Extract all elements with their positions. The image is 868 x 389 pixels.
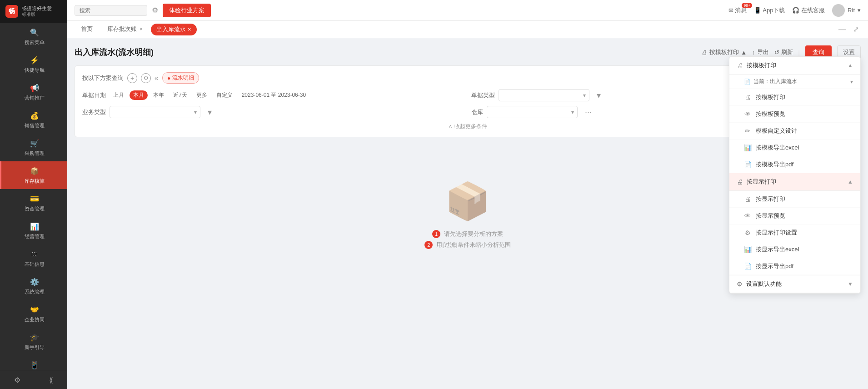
shortcut-more[interactable]: 更多 [193,90,211,100]
sidebar-settings-button[interactable]: ⚙ [14,376,20,384]
sidebar-item-system[interactable]: ⚙️ 系统管理 [0,272,67,300]
tab-maximize-button[interactable]: ⤢ [851,23,861,35]
message-badge[interactable]: ✉ 99+ 消息 [728,6,747,15]
tabs-right-actions: — ⤢ [837,23,861,35]
dropdown-template-custom[interactable]: ✏ 模板自定义设计 [729,123,860,140]
tab-flow-close[interactable]: × [188,26,191,33]
sidebar-item-purchase[interactable]: 🛒 采购管理 [0,134,67,161]
business-type-more[interactable]: ▾ [206,107,214,117]
sidebar-item-label: 搜索菜单 [25,39,45,46]
purchase-icon: 🛒 [30,138,40,148]
sidebar-item-marketing[interactable]: 📢 营销推广 [0,78,67,106]
tab-home[interactable]: 首页 [75,21,99,38]
dropdown-display-excel[interactable]: 📊 按显示导出excel [729,241,860,258]
sidebar-item-finance[interactable]: 💳 资金管理 [0,189,67,217]
tab-flow[interactable]: 出入库流水 × [151,24,197,35]
section2-arrow: ▲ [848,179,853,185]
settings-label: 设置 [843,48,855,56]
dropdown-template-custom-label: 模板自定义设计 [756,127,797,135]
sidebar-item-search[interactable]: 🔍 搜索菜单 [0,23,67,50]
marketing-icon: 📢 [30,83,40,93]
sidebar-item-label: 快捷导航 [25,67,45,74]
sidebar-item-apps[interactable]: 📱 应用中心 [0,355,67,371]
dropdown-template-excel[interactable]: 📊 按模板导出excel [729,140,860,156]
sidebar-item-quick-nav[interactable]: ⚡ 快捷导航 [0,50,67,78]
settings-gear-icon[interactable]: ⚙ [152,6,158,15]
current-template-row: 📄 当前：出入库流水 ▾ [729,75,860,89]
tab-minimize-button[interactable]: — [837,24,848,35]
topbar-left: ⚙ 体验行业方案 [75,4,211,17]
dropdown-display-print-settings[interactable]: ⚙ 按显示打印设置 [729,224,860,241]
business-type-field: 业务类型 ▾ [82,106,464,118]
warehouse-more[interactable]: ··· [583,107,594,117]
sidebar-item-sales[interactable]: 💰 销售管理 [0,106,67,134]
sidebar-item-collab[interactable]: 🤝 企业协同 [0,300,67,328]
export-icon: ↑ [752,49,755,56]
business-type-select[interactable] [110,106,200,118]
inventory-icon: 📦 [30,166,40,176]
trial-button[interactable]: 体验行业方案 [163,4,211,17]
dropdown-template-preview[interactable]: 👁 按模板预览 [729,106,860,123]
display-preview-icon: 👁 [744,212,751,219]
date-label: 单据日期 [82,91,106,100]
sidebar-item-inventory[interactable]: 📦 库存核算 [0,161,67,189]
template-print-section-label: 按模板打印 [747,61,776,70]
app-download-link[interactable]: 📱 App下载 [754,6,785,15]
template-print-section-icon: 🖨 [737,62,743,69]
warehouse-select[interactable] [487,106,578,118]
template-print-button[interactable]: 🖨 按模板打印 ▲ [702,48,747,56]
business-type-select-wrapper [110,106,200,118]
topbar: ⚙ 体验行业方案 ✉ 99+ 消息 📱 App下载 🎧 在线客服 Rit ▾ [67,0,868,21]
template-print-section-header[interactable]: 🖨 按模板打印 ▲ [729,57,860,75]
filter-collapse-icon[interactable]: « [155,74,159,82]
date-shortcuts: 上月 本月 本年 近7天 更多 自定义 [110,90,236,100]
voucher-type-more[interactable]: ▾ [595,90,603,100]
search-icon: 🔍 [30,27,40,37]
dropdown-template-pdf[interactable]: 📄 按模板导出pdf [729,156,860,173]
sidebar-item-label: 基础信息 [25,261,45,268]
shortcut-last-month[interactable]: 上月 [110,90,128,100]
tab-batch-close[interactable]: × [140,26,143,32]
shortcut-7days[interactable]: 近7天 [170,90,191,100]
sidebar-collapse-button[interactable]: ⟪ [49,376,53,384]
date-range-display[interactable]: 2023-06-01 至 2023-06-30 [242,91,306,99]
shortcut-this-year[interactable]: 本年 [150,90,168,100]
sidebar-item-label: 库存核算 [25,178,45,185]
logo-sub: 标准版 [22,11,52,18]
step-1-text: 请先选择要分析的方案 [444,230,503,238]
display-print-section-header[interactable]: 🖨 按显示打印 ▲ [729,173,860,191]
refresh-button[interactable]: ↺ 刷新 [774,48,793,56]
voucher-type-select[interactable] [499,89,589,101]
filter-add-button[interactable]: + [127,73,137,83]
shortcut-this-month[interactable]: 本月 [130,90,148,100]
default-settings-label: 设置默认功能 [746,280,782,288]
date-filter-field: 单据日期 上月 本月 本年 近7天 更多 自定义 2023-06-01 至 20… [82,90,464,100]
default-settings-section-header[interactable]: ⚙ 设置默认功能 ▼ [729,275,860,293]
dropdown-display-print[interactable]: 🖨 按显示打印 [729,191,860,208]
refresh-label: 刷新 [781,48,793,56]
dropdown-display-preview[interactable]: 👁 按显示预览 [729,208,860,224]
dropdown-display-pdf-label: 按显示导出pdf [756,262,793,270]
app-logo: 畅 畅捷通好生意 标准版 [0,0,67,23]
online-service-link[interactable]: 🎧 在线客服 [792,6,825,15]
apps-icon: 📱 [30,360,40,370]
sidebar-item-operations[interactable]: 📊 经营管理 [0,217,67,244]
empty-illustration: 📦 [445,180,490,223]
dropdown-template-print[interactable]: 🖨 按模板打印 [729,89,860,106]
tab-batch[interactable]: 库存批次账 × [101,21,149,38]
sidebar-item-base[interactable]: 🗂 基础信息 [0,244,67,272]
export-button[interactable]: ↑ 导出 [752,48,769,56]
operations-icon: 📊 [30,221,40,231]
shortcut-custom[interactable]: 自定义 [213,90,236,100]
global-search-input[interactable] [75,5,147,16]
dropdown-display-print-label: 按显示打印 [756,195,785,203]
user-menu[interactable]: Rit ▾ [832,4,861,17]
filter-chip-liushuimingxi[interactable]: ● 流水明细 [162,72,199,84]
printer-icon: 🖨 [702,49,708,56]
filter-settings-button[interactable]: ⚙ [141,73,151,83]
step-1-number: 1 [432,230,440,238]
dropdown-display-pdf[interactable]: 📄 按显示导出pdf [729,258,860,275]
business-type-label: 业务类型 [82,108,106,116]
chevron-up-icon: ▲ [741,49,747,56]
sidebar-item-guide[interactable]: 🎓 新手引导 [0,328,67,355]
